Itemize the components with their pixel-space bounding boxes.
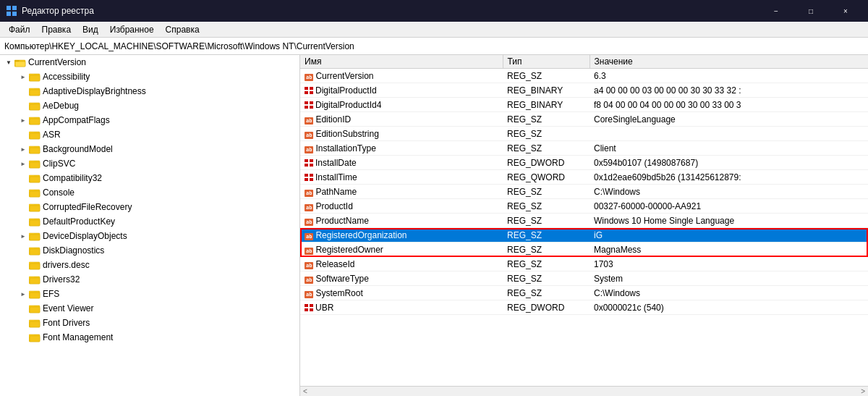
value-name: InstallTime [300, 170, 503, 185]
menu-file[interactable]: Файл [3, 23, 36, 36]
table-row[interactable]: DigitalProductIdREG_BINARYa4 00 00 00 03… [300, 83, 868, 98]
value-name: abProductName [300, 214, 503, 228]
tree-expand-arrow[interactable]: ► [17, 71, 29, 83]
value-name: abCurrentVersion [300, 69, 503, 83]
tree-node[interactable]: Console [0, 185, 299, 200]
tree-expand-arrow[interactable]: ► [17, 158, 29, 169]
values-panel: Имя Тип Значение abCurrentVersionREG_SZ6… [300, 55, 868, 396]
tree-node[interactable]: ► ClipSVC [0, 156, 299, 171]
tree-expand-arrow[interactable]: ► [17, 288, 29, 300]
table-row[interactable]: abSystemRootREG_SZC:\Windows [300, 286, 868, 300]
value-name: abReleaseId [300, 257, 503, 271]
tree-node[interactable]: ► BackgroundModel [0, 142, 299, 156]
table-row[interactable]: DigitalProductId4REG_BINARYf8 04 00 00 0… [300, 98, 868, 112]
value-type: REG_SZ [503, 271, 590, 286]
table-row[interactable]: abEditionIDREG_SZCoreSingleLanguage [300, 112, 868, 127]
tree-expand-arrow[interactable] [17, 129, 29, 140]
tree-node[interactable]: AdaptiveDisplayBrightness [0, 84, 299, 98]
table-row[interactable]: InstallTimeREG_QWORD0x1d2eae609bd5b26 (1… [300, 170, 868, 185]
table-row[interactable]: abCurrentVersionREG_SZ6.3 [300, 69, 868, 83]
tree-node[interactable]: AeDebug [0, 98, 299, 113]
table-row[interactable]: abSoftwareTypeREG_SZSystem [300, 271, 868, 286]
tree-node[interactable]: DefaultProductKey [0, 214, 299, 229]
table-row[interactable]: UBRREG_DWORD0x0000021c (540) [300, 300, 868, 315]
menu-help[interactable]: Справка [160, 23, 205, 36]
svg-rect-38 [30, 220, 40, 226]
tree-expand-arrow[interactable]: ► [17, 230, 29, 242]
svg-rect-17 [30, 119, 40, 125]
tree-node[interactable]: Compatibility32 [0, 171, 299, 185]
tree-expand-arrow[interactable] [17, 332, 29, 343]
tree-node[interactable]: Font Drivers [0, 316, 299, 330]
reg-sz-icon: ab [305, 129, 315, 139]
reg-binary-icon [305, 100, 315, 110]
reg-binary-icon [305, 85, 315, 96]
table-row[interactable]: abReleaseIdREG_SZ1703 [300, 257, 868, 271]
tree-content[interactable]: ▼ CurrentVersion► Accessibility Adaptive… [0, 55, 299, 396]
folder-icon [29, 231, 41, 241]
tree-expand-arrow[interactable] [17, 216, 29, 227]
values-table: Имя Тип Значение abCurrentVersionREG_SZ6… [300, 55, 868, 315]
svg-rect-56 [30, 307, 40, 313]
maximize-button[interactable]: □ [794, 0, 827, 22]
tree-expand-arrow[interactable] [17, 259, 29, 271]
tree-node[interactable]: ► Accessibility [0, 69, 299, 84]
svg-rect-44 [30, 249, 40, 255]
tree-expand-arrow[interactable] [17, 317, 29, 329]
folder-icon [29, 274, 41, 285]
tree-expand-arrow[interactable] [17, 100, 29, 111]
tree-expand-arrow[interactable]: ▼ [3, 56, 14, 68]
tree-expand-arrow[interactable] [17, 172, 29, 184]
tree-node[interactable]: ASR [0, 127, 299, 142]
tree-expand-arrow[interactable]: ► [17, 114, 29, 126]
tree-node[interactable]: ► DeviceDisplayObjects [0, 229, 299, 243]
svg-rect-1 [12, 6, 17, 10]
tree-expand-arrow[interactable] [17, 245, 29, 256]
tree-node-label: Console [43, 188, 75, 198]
tree-expand-arrow[interactable] [17, 187, 29, 198]
menu-view[interactable]: Вид [77, 23, 104, 36]
minimize-button[interactable]: − [760, 0, 793, 22]
value-name: abPathName [300, 185, 503, 199]
table-row[interactable]: abEditionSubstringREG_SZ [300, 127, 868, 141]
tree-node[interactable]: Drivers32 [0, 272, 299, 287]
tree-expand-arrow[interactable] [17, 201, 29, 213]
svg-rect-32 [30, 191, 40, 197]
value-name: abRegisteredOrganization [300, 228, 503, 243]
table-row[interactable]: InstallDateREG_DWORD0x594b0107 (14980876… [300, 156, 868, 170]
svg-rect-5 [15, 62, 25, 67]
tree-expand-arrow[interactable] [17, 274, 29, 285]
tree-node[interactable]: ▼ CurrentVersion [0, 55, 299, 69]
tree-node[interactable]: DiskDiagnostics [0, 243, 299, 258]
tree-expand-arrow[interactable]: ► [17, 143, 29, 155]
folder-icon [29, 303, 41, 313]
tree-node[interactable]: Event Viewer [0, 301, 299, 316]
table-row[interactable]: abProductNameREG_SZWindows 10 Home Singl… [300, 214, 868, 228]
value-type: REG_BINARY [503, 98, 590, 112]
table-row[interactable]: abRegisteredOwnerREG_SZMagnaMess [300, 243, 868, 257]
menu-edit[interactable]: Правка [36, 23, 77, 36]
tree-node[interactable]: CorruptedFileRecovery [0, 200, 299, 214]
table-row[interactable]: abInstallationTypeREG_SZClient [300, 141, 868, 156]
table-row[interactable]: abPathNameREG_SZC:\Windows [300, 185, 868, 199]
tree-node[interactable]: Font Management [0, 330, 299, 345]
tree-expand-arrow[interactable] [17, 303, 29, 314]
tree-node[interactable]: ► EFS [0, 287, 299, 301]
table-row[interactable]: abProductIdREG_SZ00327-60000-00000-AA921 [300, 199, 868, 214]
value-type: REG_SZ [503, 185, 590, 199]
value-name: abSoftwareType [300, 271, 503, 286]
table-row[interactable]: abRegisteredOrganizationREG_SZiG [300, 228, 868, 243]
reg-sz-icon: ab [305, 216, 315, 226]
tree-node[interactable]: drivers.desc [0, 258, 299, 272]
bottom-scrollbar[interactable]: < > [300, 386, 868, 396]
reg-sz-icon: ab [305, 201, 315, 211]
tree-expand-arrow[interactable] [17, 85, 29, 97]
svg-rect-11 [30, 90, 40, 96]
value-type: REG_SZ [503, 127, 590, 141]
values-content[interactable]: Имя Тип Значение abCurrentVersionREG_SZ6… [300, 55, 868, 386]
reg-sz-icon: ab [305, 187, 315, 197]
close-button[interactable]: × [829, 0, 862, 22]
svg-rect-23 [30, 148, 40, 153]
tree-node[interactable]: ► AppCompatFlags [0, 113, 299, 127]
menu-favorites[interactable]: Избранное [104, 23, 160, 36]
